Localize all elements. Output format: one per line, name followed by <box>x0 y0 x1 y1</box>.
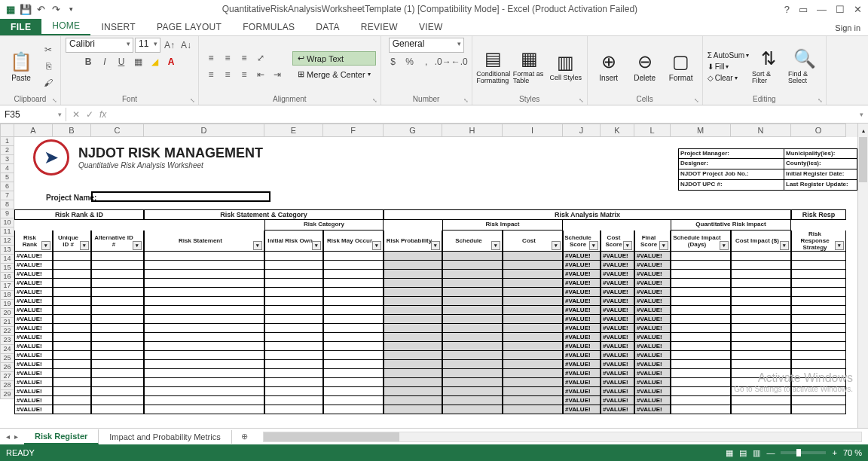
cell[interactable] <box>384 279 442 288</box>
cell[interactable] <box>503 261 563 270</box>
cell[interactable] <box>384 288 442 297</box>
fill-color-icon[interactable]: ◢ <box>147 54 162 69</box>
row-header-1[interactable]: 1 <box>0 137 14 146</box>
cell[interactable] <box>144 333 264 342</box>
cell[interactable] <box>384 315 442 324</box>
cell[interactable]: #VALUE! <box>634 279 671 288</box>
cell[interactable] <box>791 279 846 288</box>
cell[interactable]: #VALUE! <box>563 252 601 261</box>
table-row[interactable]: #VALUE!#VALUE!#VALUE!#VALUE! <box>14 279 857 288</box>
cell[interactable] <box>731 252 791 261</box>
col-header-B[interactable]: B <box>53 124 91 137</box>
zoom-out-icon[interactable]: — <box>766 448 775 457</box>
cell[interactable] <box>323 342 384 351</box>
inc-decimal-icon[interactable]: .0→ <box>436 54 451 69</box>
cell[interactable] <box>144 342 264 351</box>
cell[interactable] <box>144 297 264 306</box>
cell[interactable] <box>91 306 144 315</box>
cell[interactable]: #VALUE! <box>563 261 601 270</box>
cell[interactable] <box>503 270 563 279</box>
cell[interactable] <box>323 288 384 297</box>
sheet-tab-impact-metrics[interactable]: Impact and Probability Metrics <box>99 430 231 444</box>
cell[interactable]: #VALUE! <box>563 279 601 288</box>
cell[interactable]: #VALUE! <box>634 342 671 351</box>
merge-center-button[interactable]: ⊞Merge & Center▾ <box>292 67 376 81</box>
row-header-18[interactable]: 18 <box>0 291 14 300</box>
cell[interactable] <box>323 252 384 261</box>
cell[interactable] <box>791 369 846 378</box>
cell[interactable] <box>264 360 323 369</box>
table-row[interactable]: #VALUE!#VALUE!#VALUE!#VALUE! <box>14 333 857 342</box>
align-bottom-icon[interactable]: ≡ <box>237 50 252 66</box>
table-row[interactable]: #VALUE!#VALUE!#VALUE!#VALUE! <box>14 396 857 405</box>
cell[interactable] <box>791 351 846 360</box>
cell[interactable]: #VALUE! <box>601 360 634 369</box>
cell[interactable] <box>144 378 264 387</box>
zoom-slider[interactable] <box>781 451 826 454</box>
cell[interactable]: #VALUE! <box>601 315 634 324</box>
cell[interactable] <box>323 333 384 342</box>
cell[interactable] <box>144 306 264 315</box>
row-header-14[interactable]: 14 <box>0 255 14 264</box>
cell[interactable] <box>91 378 144 387</box>
cell[interactable] <box>791 333 846 342</box>
cell[interactable] <box>144 369 264 378</box>
cell[interactable] <box>264 315 323 324</box>
row-header-16[interactable]: 16 <box>0 273 14 282</box>
percent-icon[interactable]: % <box>402 54 417 69</box>
cell[interactable] <box>503 297 563 306</box>
cell[interactable]: #VALUE! <box>14 261 53 270</box>
cell[interactable]: #VALUE! <box>14 252 53 261</box>
col-14[interactable]: Risk Response Strategy <box>791 230 846 252</box>
cell[interactable]: #VALUE! <box>634 306 671 315</box>
cell[interactable] <box>384 261 442 270</box>
cell[interactable] <box>731 324 791 333</box>
cell[interactable] <box>53 252 91 261</box>
tab-home[interactable]: HOME <box>41 17 90 35</box>
cell[interactable] <box>503 396 563 405</box>
cell[interactable] <box>144 315 264 324</box>
tab-page-layout[interactable]: PAGE LAYOUT <box>146 19 232 35</box>
row-header-9[interactable]: 9 <box>0 209 14 218</box>
cell[interactable] <box>384 396 442 405</box>
cell[interactable] <box>264 261 323 270</box>
cell[interactable]: #VALUE! <box>14 360 53 369</box>
table-row[interactable]: #VALUE!#VALUE!#VALUE!#VALUE! <box>14 378 857 387</box>
dec-decimal-icon[interactable]: ←.0 <box>452 54 467 69</box>
row-header-4[interactable]: 4 <box>0 164 14 173</box>
cell[interactable] <box>264 369 323 378</box>
cell[interactable]: #VALUE! <box>14 279 53 288</box>
cell[interactable]: #VALUE! <box>563 297 601 306</box>
cell[interactable]: #VALUE! <box>601 306 634 315</box>
sheet-nav-prev-icon[interactable]: ◂ <box>6 432 10 441</box>
cell[interactable] <box>731 351 791 360</box>
cell[interactable] <box>791 306 846 315</box>
cell[interactable] <box>791 261 846 270</box>
cell[interactable] <box>731 342 791 351</box>
row-header-22[interactable]: 22 <box>0 327 14 336</box>
cell[interactable]: #VALUE! <box>563 396 601 405</box>
cell[interactable] <box>91 270 144 279</box>
row-header-17[interactable]: 17 <box>0 282 14 291</box>
cell[interactable]: #VALUE! <box>601 252 634 261</box>
cell[interactable]: #VALUE! <box>634 333 671 342</box>
row-header-27[interactable]: 27 <box>0 372 14 381</box>
cell[interactable] <box>323 306 384 315</box>
cell[interactable]: #VALUE! <box>14 297 53 306</box>
cell[interactable]: #VALUE! <box>14 306 53 315</box>
cell[interactable]: #VALUE! <box>563 315 601 324</box>
col-10[interactable]: Cost Score <box>601 230 634 252</box>
row-header-20[interactable]: 20 <box>0 309 14 318</box>
cell[interactable] <box>91 351 144 360</box>
cell-styles-button[interactable]: ▥Cell Styles <box>549 39 582 93</box>
vertical-scrollbar[interactable] <box>857 124 868 428</box>
cell[interactable] <box>264 324 323 333</box>
cell[interactable] <box>731 396 791 405</box>
col-header-H[interactable]: H <box>442 124 503 137</box>
table-row[interactable]: #VALUE!#VALUE!#VALUE!#VALUE! <box>14 297 857 306</box>
cell[interactable] <box>264 405 323 414</box>
cell[interactable]: #VALUE! <box>634 396 671 405</box>
cell[interactable] <box>671 405 731 414</box>
indent-dec-icon[interactable]: ⇤ <box>253 67 268 82</box>
align-middle-icon[interactable]: ≡ <box>220 50 235 66</box>
